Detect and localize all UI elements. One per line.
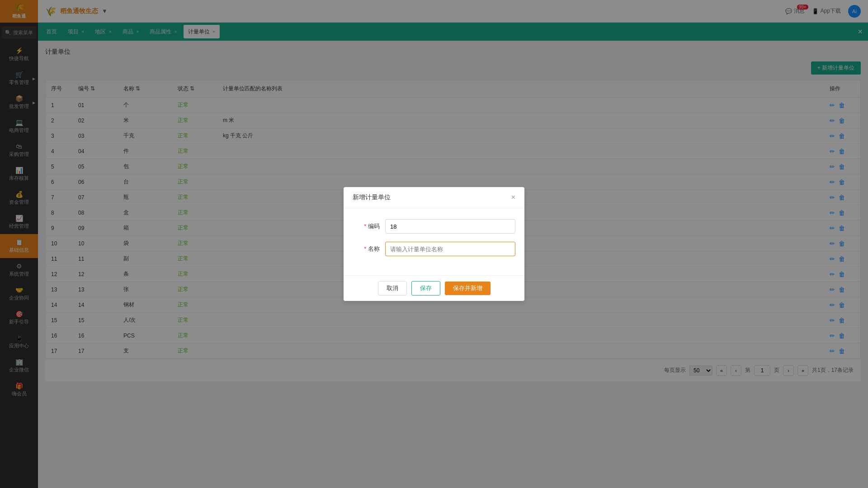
modal-body: 编码 名称 xyxy=(344,208,524,275)
cancel-button[interactable]: 取消 xyxy=(378,281,407,296)
save-continue-button[interactable]: 保存并新增 xyxy=(445,282,491,295)
modal-overlay[interactable]: 新增计量单位 × 编码 名称 取消 保存 保存并新增 xyxy=(0,0,868,488)
modal-title: 新增计量单位 xyxy=(353,193,391,202)
code-input[interactable] xyxy=(385,219,515,234)
save-button[interactable]: 保存 xyxy=(411,281,440,296)
code-form-row: 编码 xyxy=(353,219,515,234)
modal-header: 新增计量单位 × xyxy=(344,187,524,208)
modal-footer: 取消 保存 保存并新增 xyxy=(344,275,524,301)
modal-close-button[interactable]: × xyxy=(511,193,515,202)
add-unit-modal: 新增计量单位 × 编码 名称 取消 保存 保存并新增 xyxy=(344,187,524,301)
name-input[interactable] xyxy=(385,242,515,256)
name-label: 名称 xyxy=(353,245,380,253)
name-form-row: 名称 xyxy=(353,242,515,256)
code-label: 编码 xyxy=(353,222,380,230)
